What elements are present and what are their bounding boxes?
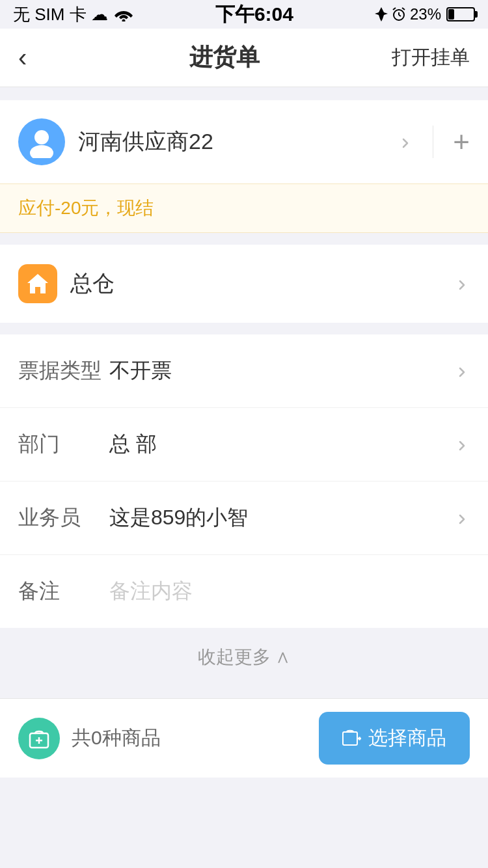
collapse-button[interactable]: 收起更多 ∧ <box>0 628 488 686</box>
shopping-bag-icon <box>27 727 51 750</box>
svg-line-3 <box>399 15 401 16</box>
notice-bar: 应付-20元，现结 <box>0 183 488 233</box>
goods-count-label: 共0种商品 <box>72 725 319 752</box>
battery-icon <box>446 7 475 21</box>
status-time: 下午6:04 <box>215 1 293 28</box>
house-icon <box>26 273 49 295</box>
notice-text: 应付-20元，现结 <box>18 198 154 218</box>
svg-point-6 <box>34 130 49 144</box>
ticket-value: 不开票 <box>109 357 454 385</box>
supplier-divider <box>433 126 433 158</box>
warehouse-chevron-icon <box>454 273 470 294</box>
supplier-avatar <box>18 118 65 165</box>
dept-value: 总 部 <box>109 430 454 459</box>
supplier-name: 河南供应商22 <box>78 127 398 157</box>
svg-point-0 <box>122 20 125 22</box>
location-icon <box>375 7 388 21</box>
supplier-chevron-icon <box>398 131 413 152</box>
sales-chevron-icon <box>454 508 470 528</box>
select-goods-button[interactable]: 选择商品 <box>319 712 470 765</box>
battery-percent: 23% <box>410 5 441 23</box>
ticket-label: 票据类型 <box>18 357 109 385</box>
wifi-icon <box>113 7 134 21</box>
sales-row[interactable]: 业务员 这是859的小智 <box>0 481 488 555</box>
svg-line-4 <box>393 8 396 10</box>
warehouse-name: 总仓 <box>70 269 454 299</box>
note-label: 备注 <box>18 577 109 606</box>
form-section: 票据类型 不开票 部门 总 部 业务员 这是859的小智 备注 备注内容 <box>0 323 488 628</box>
alarm-icon <box>392 7 406 21</box>
nav-bar: ‹ 进货单 打开挂单 <box>0 29 488 87</box>
select-goods-label: 选择商品 <box>368 725 446 752</box>
collapse-label: 收起更多 ∧ <box>198 647 291 667</box>
goods-icon <box>18 718 60 759</box>
back-button[interactable]: ‹ <box>18 43 57 72</box>
ticket-chevron-icon <box>454 360 470 381</box>
status-left: 无 SIM 卡 ☁ <box>13 3 134 26</box>
status-bar: 无 SIM 卡 ☁ 下午6:04 23% <box>0 0 488 29</box>
dept-chevron-icon <box>454 434 470 455</box>
bottom-bar: 共0种商品 选择商品 <box>0 698 488 778</box>
sales-value: 这是859的小智 <box>109 504 454 532</box>
warehouse-icon <box>18 264 57 303</box>
svg-line-5 <box>402 8 405 10</box>
open-pending-button[interactable]: 打开挂单 <box>392 44 470 71</box>
page-background <box>0 778 488 868</box>
svg-marker-8 <box>27 274 48 293</box>
section-gap-1 <box>0 87 488 100</box>
ticket-row[interactable]: 票据类型 不开票 <box>0 334 488 408</box>
status-right: 23% <box>375 5 475 23</box>
select-goods-icon <box>342 729 362 748</box>
sim-signal: 无 SIM 卡 ☁ <box>13 3 108 26</box>
svg-point-7 <box>30 145 53 158</box>
person-icon <box>25 126 58 158</box>
add-supplier-button[interactable]: + <box>453 126 470 158</box>
dept-label: 部门 <box>18 430 109 459</box>
warehouse-row[interactable]: 总仓 <box>0 233 488 323</box>
svg-rect-12 <box>343 732 357 745</box>
sales-label: 业务员 <box>18 504 109 532</box>
supplier-card: 河南供应商22 + 应付-20元，现结 <box>0 100 488 233</box>
dept-row[interactable]: 部门 总 部 <box>0 408 488 481</box>
supplier-row[interactable]: 河南供应商22 + <box>0 100 488 183</box>
note-placeholder[interactable]: 备注内容 <box>109 577 470 606</box>
note-row[interactable]: 备注 备注内容 <box>0 555 488 628</box>
page-title: 进货单 <box>189 42 260 74</box>
